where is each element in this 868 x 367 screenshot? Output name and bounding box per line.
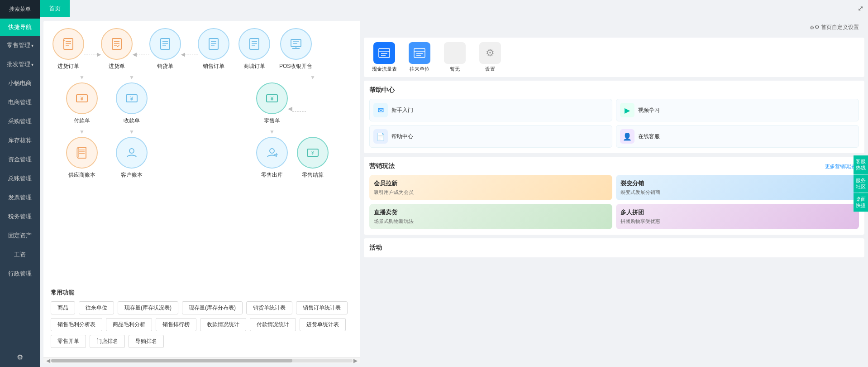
nav-icon-settings[interactable]: ⚙ 设置 xyxy=(474,42,506,72)
func-btn-contacts[interactable]: 往来单位 xyxy=(79,301,114,314)
flow-node-purchase-order[interactable]: 进货订单 xyxy=(52,28,84,70)
expand-icon[interactable]: ⤢ xyxy=(853,4,868,13)
func-btn-stock2[interactable]: 现存量(库存分布表) xyxy=(182,301,243,314)
float-btn-hotline[interactable]: 客服热线 xyxy=(854,155,868,174)
func-btn-gross2[interactable]: 商品毛利分析 xyxy=(106,318,152,331)
sidebar-item-invoice[interactable]: 发票管理 xyxy=(0,188,40,207)
func-btn-guide-rank[interactable]: 导购排名 xyxy=(129,335,164,348)
func-btn-pay-stat[interactable]: 付款情况统计 xyxy=(250,318,296,331)
member-sub: 吸引用户成为会员 xyxy=(374,189,608,196)
common-functions: 常用功能 商品 往来单位 现存量(库存状况表) 现存量(库存分布表) 销货单统计… xyxy=(43,283,360,357)
sidebar-item-salary[interactable]: 工资 xyxy=(0,245,40,264)
svg-rect-42 xyxy=(379,48,390,58)
marketing-card-fission[interactable]: 裂变分销 裂变式发展分销商 xyxy=(616,175,859,200)
svg-text:¥: ¥ xyxy=(311,150,315,156)
video-icon: ▶ xyxy=(620,103,634,117)
floating-buttons: 客服热线 服务社区 桌面快捷 xyxy=(854,155,868,212)
settings-icon-box: ⚙ xyxy=(479,42,501,64)
marketing-card-member[interactable]: 会员拉新 吸引用户成为会员 xyxy=(369,175,612,200)
help-item-beginner[interactable]: ✉ 新手入门 xyxy=(369,99,612,121)
fission-sub: 裂变式发展分销商 xyxy=(620,189,854,196)
gear-icon: ⚙ xyxy=(810,24,815,31)
func-btn-sales-stat[interactable]: 销货单统计表 xyxy=(246,301,292,314)
flow-node-mall-order[interactable]: 商城订单 xyxy=(238,28,270,70)
float-btn-desktop[interactable]: 桌面快捷 xyxy=(854,193,868,212)
func-row-3: 零售开单 门店排名 导购排名 xyxy=(51,335,353,348)
flow-node-retail-settle[interactable]: ¥ 零售结算 xyxy=(297,137,329,179)
marketing-card-live[interactable]: 直播卖货 场景式购物新玩法 xyxy=(369,204,612,229)
sidebar-item-ecom-mgmt[interactable]: 电商管理 xyxy=(0,93,40,112)
flow-node-sales-order[interactable]: 销售订单 xyxy=(198,28,229,70)
down-arrow-retail: ▼ xyxy=(256,128,288,135)
func-btn-sales-rank[interactable]: 销售排行榜 xyxy=(156,318,196,331)
group-title: 多人拼团 xyxy=(620,208,854,217)
sidebar-item-admin[interactable]: 行政管理 xyxy=(0,264,40,283)
empty-label: 暂无 xyxy=(450,66,460,72)
sidebar-item-tax[interactable]: 税务管理 xyxy=(0,207,40,226)
help-item-video[interactable]: ▶ 视频学习 xyxy=(616,99,859,121)
contacts-label: 往来单位 xyxy=(410,66,429,72)
scroll-left-btn[interactable]: ◀ xyxy=(45,357,51,364)
sidebar-item-assets[interactable]: 固定资产 xyxy=(0,226,40,245)
sidebar-settings-icon[interactable]: ⚙ xyxy=(0,348,40,367)
empty-icon-box xyxy=(444,42,466,64)
circle-customer-ledger xyxy=(116,137,148,169)
sidebar-nav-active[interactable]: 快捷导航 xyxy=(0,19,40,36)
sidebar: 搜索菜单 快捷导航 零售管理▾ 批发管理▾ 小畅电商 电商管理 采购管理 库存核… xyxy=(0,0,40,367)
help-item-help[interactable]: 📄 帮助中心 xyxy=(369,125,612,148)
flow-node-retail[interactable]: ¥ 零售单 xyxy=(256,82,288,125)
func-btn-stock1[interactable]: 现存量(库存状况表) xyxy=(118,301,178,314)
func-btn-gross1[interactable]: 销售毛利分析表 xyxy=(51,318,102,331)
sidebar-search[interactable]: 搜索菜单 xyxy=(0,0,40,19)
func-btn-sales-order-stat[interactable]: 销售订单统计表 xyxy=(296,301,348,314)
nav-icon-contacts[interactable]: 往来单位 xyxy=(404,42,435,72)
group-sub: 拼团购物享受优惠 xyxy=(620,218,854,225)
workflow-area: 进货订单 ▶ 进货单 xyxy=(43,21,360,283)
func-btn-store-rank[interactable]: 门店排名 xyxy=(90,335,125,348)
arrow-2: ▶ xyxy=(133,51,149,70)
scroll-right-btn[interactable]: ▶ xyxy=(353,357,358,364)
circle-retail: ¥ xyxy=(256,82,288,114)
quick-nav-icons: 现金流量表 往来单位 暂无 ⚙ 设置 xyxy=(364,38,864,77)
svg-rect-31 xyxy=(77,148,79,157)
sidebar-item-ledger[interactable]: 总账管理 xyxy=(0,169,40,188)
circle-supplier-ledger xyxy=(66,137,98,169)
nav-icon-cashflow[interactable]: 现金流量表 xyxy=(368,42,400,72)
sidebar-item-wholesale[interactable]: 批发管理▾ xyxy=(0,55,40,74)
svg-text:¥: ¥ xyxy=(80,96,84,102)
float-btn-community[interactable]: 服务社区 xyxy=(854,174,868,193)
beginner-icon: ✉ xyxy=(373,103,388,117)
func-btn-receipt-stat[interactable]: 收款情况统计 xyxy=(200,318,246,331)
flow-node-pos[interactable]: POS收银开台 xyxy=(279,28,312,70)
nav-icon-empty[interactable]: 暂无 xyxy=(439,42,471,72)
func-btn-retail-order[interactable]: 零售开单 xyxy=(51,335,86,348)
flow-node-customer-ledger[interactable]: 客户账本 xyxy=(116,137,148,179)
func-btn-product[interactable]: 商品 xyxy=(51,301,75,314)
help-label: 帮助中心 xyxy=(391,133,413,140)
help-item-service[interactable]: 👤 在线客服 xyxy=(616,125,859,148)
flow-node-purchase[interactable]: 进货单 xyxy=(101,28,133,70)
flow-node-payment[interactable]: ¥ 付款单 xyxy=(66,82,98,125)
scrollbar-track[interactable] xyxy=(51,359,353,362)
marketing-title: 营销玩法 xyxy=(369,162,395,170)
sidebar-item-ecommerce[interactable]: 小畅电商 xyxy=(0,74,40,93)
tab-home[interactable]: 首页 xyxy=(40,0,70,17)
marketing-card-group[interactable]: 多人拼团 拼团购物享受优惠 xyxy=(616,204,859,229)
flow-node-supplier-ledger[interactable]: 供应商账本 xyxy=(66,137,98,179)
svg-point-35 xyxy=(129,149,134,153)
flow-node-receipt[interactable]: ¥ 收款单 xyxy=(116,82,148,125)
svg-text:¥: ¥ xyxy=(130,96,134,102)
circle-receipt: ¥ xyxy=(116,82,148,114)
flow-node-retail-out[interactable]: 零售出库 xyxy=(256,137,288,179)
sidebar-item-retail[interactable]: 零售管理▾ xyxy=(0,36,40,55)
video-label: 视频学习 xyxy=(638,106,660,114)
sidebar-item-inventory[interactable]: 库存核算 xyxy=(0,131,40,150)
sidebar-item-purchase[interactable]: 采购管理 xyxy=(0,112,40,131)
flow-node-sales[interactable]: 销货单 xyxy=(149,28,181,70)
down-arrow-purchase2: ▼ xyxy=(116,74,148,81)
func-btn-purchase-stat[interactable]: 进货单统计表 xyxy=(300,318,346,331)
quick-nav-header[interactable]: ⚙ ⚙ 首页自定义设置 xyxy=(364,21,864,34)
help-icon-el: 📄 xyxy=(373,129,388,144)
chevron-icon: ▾ xyxy=(31,43,33,48)
sidebar-item-finance[interactable]: 资金管理 xyxy=(0,150,40,169)
